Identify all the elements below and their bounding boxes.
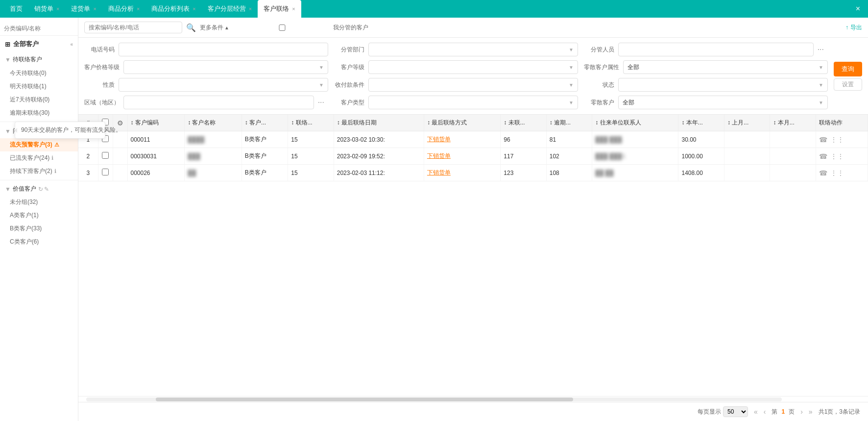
cell-unit-contact-3: ██ ██ xyxy=(592,165,678,181)
tab-analysis-list-close[interactable]: × xyxy=(193,6,195,12)
col-header-code: ↕ 客户编码 xyxy=(127,115,185,131)
customer-type-select[interactable]: ▼ xyxy=(368,96,578,109)
col-overdue-sort-icon[interactable]: ↕ xyxy=(550,119,553,126)
col-last-date-sort-icon[interactable]: ↕ xyxy=(337,119,340,126)
col-no-contact-sort-icon[interactable]: ↕ xyxy=(504,119,506,126)
sidebar-item-unclassified[interactable]: 未分组(32) xyxy=(0,196,78,209)
col-this-month-sort-icon[interactable]: ↕ xyxy=(773,119,776,126)
price-tier-select[interactable]: ▼ xyxy=(123,60,328,74)
edit-icon[interactable]: ✎ xyxy=(44,186,49,193)
scroll-thumb[interactable] xyxy=(156,397,573,401)
prev-page-button[interactable]: ‹ xyxy=(762,407,768,417)
more-conditions-button[interactable]: 更多条件 ▲ xyxy=(200,24,229,32)
table-area: # ⚙ ↕ 客户编码 ↕ 客户名称 xyxy=(78,115,868,396)
tab-customer-link-close[interactable]: × xyxy=(292,6,295,12)
tab-sales-close[interactable]: × xyxy=(56,6,59,12)
row-checkbox-2[interactable] xyxy=(102,152,109,159)
tab-customer-tier[interactable]: 客户分层经营 × xyxy=(202,0,258,18)
filter-cell-person: 分管人员 ··· xyxy=(584,43,828,56)
last-page-button[interactable]: » xyxy=(807,407,815,417)
horizontal-scrollbar[interactable] xyxy=(78,396,868,402)
person-select[interactable] xyxy=(618,43,814,56)
sidebar-item-c-class[interactable]: C类客户(6) xyxy=(0,235,78,248)
row-checkbox-3[interactable] xyxy=(102,169,109,175)
tab-analysis[interactable]: 商品分析 × xyxy=(102,0,145,18)
sidebar-item-a-class[interactable]: A类客户(1) xyxy=(0,209,78,222)
filter-row-2: 客户价格等级 ▼ 客户等级 ▼ xyxy=(84,60,828,74)
last-method-link-2[interactable]: 下销货单 xyxy=(427,152,451,159)
filter-row-3: 性质 ▼ 收付款条件 ▼ xyxy=(84,78,828,92)
query-button[interactable]: 查询 xyxy=(834,62,862,76)
cell-contact-1: 15 xyxy=(288,131,334,148)
nature-select[interactable]: ▼ xyxy=(119,78,328,92)
filter-cell-status: 状态 ▼ xyxy=(584,78,828,92)
cell-overdue-1: 81 xyxy=(546,131,592,148)
tab-purchase[interactable]: 进货单 × xyxy=(65,0,102,18)
col-this-year-sort-icon[interactable]: ↕ xyxy=(681,119,684,126)
next-page-button[interactable]: › xyxy=(798,407,805,417)
payment-select[interactable]: ▼ xyxy=(368,78,578,92)
sidebar-item-lost[interactable]: 已流失客户(24) ℹ xyxy=(0,151,78,165)
cell-contact-2: 15 xyxy=(288,148,334,165)
value-arrow-icon: ▼ xyxy=(5,186,11,193)
last-method-link-1[interactable]: 下销货单 xyxy=(427,136,451,143)
tab-analysis-close[interactable]: × xyxy=(137,6,140,12)
my-customers-input[interactable] xyxy=(233,25,331,31)
tab-purchase-close[interactable]: × xyxy=(93,6,96,12)
sidebar-item-overdue[interactable]: 逾期未联络(30) xyxy=(0,106,78,120)
more-actions-icon-2[interactable]: ⋮⋮ xyxy=(830,152,844,160)
sidebar-item-week[interactable]: 近7天待联络(0) xyxy=(0,93,78,106)
contact-icon-1[interactable]: ☎ xyxy=(819,136,827,144)
sidebar-collapse-icon[interactable]: « xyxy=(70,42,73,47)
more-actions-icon-1[interactable]: ⋮⋮ xyxy=(830,136,844,144)
export-button[interactable]: ↑ 导出 xyxy=(845,24,862,32)
col-unit-contact-sort-icon[interactable]: ↕ xyxy=(595,119,598,126)
table-gear-icon[interactable]: ⚙ xyxy=(117,119,123,127)
tab-sales[interactable]: 销货单 × xyxy=(28,0,65,18)
sidebar-all-customers[interactable]: ⊞ 全部客户 « xyxy=(0,36,78,52)
zero-attr-select[interactable]: 全部 ▼ xyxy=(623,60,828,74)
tab-analysis-list[interactable]: 商品分析列表 × xyxy=(145,0,201,18)
dept-select[interactable]: ▼ xyxy=(368,43,578,56)
col-last-month-sort-icon[interactable]: ↕ xyxy=(727,119,730,126)
search-button[interactable]: 🔍 xyxy=(186,23,196,32)
sidebar-group-pending[interactable]: ▼ 待联络客户 xyxy=(0,52,78,67)
col-contact-sort-icon[interactable]: ↕ xyxy=(291,119,294,126)
sidebar-search-input[interactable] xyxy=(4,25,77,32)
more-actions-icon-3[interactable]: ⋮⋮ xyxy=(830,169,844,177)
sidebar-group-value[interactable]: ▼ 价值客户 ↻ ✎ xyxy=(0,182,78,196)
sidebar-item-tomorrow[interactable]: 明天待联络(1) xyxy=(0,80,78,93)
sidebar-item-today[interactable]: 今天待联络(0) xyxy=(0,67,78,80)
phone-input[interactable] xyxy=(119,43,328,56)
tab-customer-link[interactable]: 客户联络 × xyxy=(258,0,301,18)
filter-settings-button[interactable]: 设置 xyxy=(834,78,862,91)
sidebar-item-loss-risk[interactable]: 流失预警客户(3) ⚠ xyxy=(0,138,78,151)
region-more-icon[interactable]: ··· xyxy=(314,98,328,107)
contact-icon-3[interactable]: ☎ xyxy=(819,169,827,177)
advanced-filter-panel: 电话号码 分管部门 ▼ 分管人员 xyxy=(78,38,868,115)
col-code-sort-icon[interactable]: ↕ xyxy=(131,119,134,126)
first-page-button[interactable]: « xyxy=(752,407,760,417)
person-more-icon[interactable]: ··· xyxy=(814,45,828,54)
more-conditions-arrow-icon: ▲ xyxy=(224,25,229,30)
col-type-sort-icon[interactable]: ↕ xyxy=(245,119,248,126)
tab-customer-tier-close[interactable]: × xyxy=(249,6,252,12)
action-icons-2: ☎ ⋮⋮ xyxy=(819,152,865,160)
cell-name-3: ██ xyxy=(185,165,242,181)
sidebar-item-b-class[interactable]: B类客户(33) xyxy=(0,222,78,235)
close-all-button[interactable]: × xyxy=(852,4,864,13)
contact-icon-2[interactable]: ☎ xyxy=(819,152,827,160)
status-select[interactable]: ▼ xyxy=(618,78,828,92)
zero-customer-select[interactable]: 全部 ▼ xyxy=(618,96,828,109)
search-input[interactable] xyxy=(84,22,182,33)
sidebar-item-declining[interactable]: 持续下滑客户(2) ℹ xyxy=(0,165,78,178)
refresh-icon[interactable]: ↻ xyxy=(38,186,43,193)
tab-home[interactable]: 首页 xyxy=(4,4,28,13)
page-size-select[interactable]: 50 100 200 xyxy=(723,406,748,417)
region-select[interactable] xyxy=(123,96,314,109)
last-method-link-3[interactable]: 下销货单 xyxy=(427,169,451,176)
col-last-method-sort-icon[interactable]: ↕ xyxy=(427,119,430,126)
customer-tier-select[interactable]: ▼ xyxy=(368,60,578,74)
col-name-sort-icon[interactable]: ↕ xyxy=(188,119,191,126)
my-customers-checkbox[interactable]: 我分管的客户 xyxy=(233,24,368,32)
